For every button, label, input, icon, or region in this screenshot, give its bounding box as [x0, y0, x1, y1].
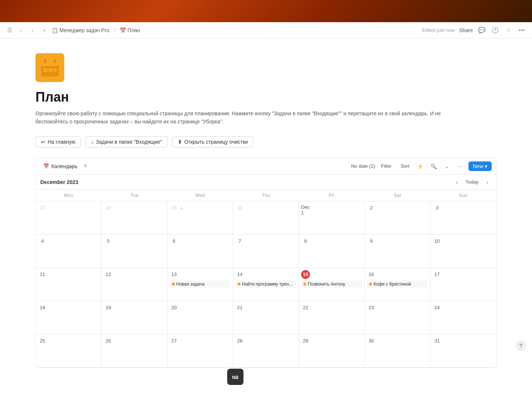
- page-icon: [35, 53, 64, 82]
- svg-rect-5: [48, 68, 53, 72]
- next-month-button[interactable]: ›: [483, 178, 492, 187]
- watermark-text-group: Notion Box Советы и шаблоны для Notion: [248, 370, 305, 384]
- task-item-new-task[interactable]: Новая задача: [170, 280, 231, 288]
- breadcrumb-plan[interactable]: 📅 План: [120, 27, 140, 33]
- calendar-cell-dec8[interactable]: 8: [299, 235, 365, 268]
- day-header-thu: Thu: [233, 190, 299, 201]
- add-page-button[interactable]: +: [40, 26, 49, 35]
- add-event-button[interactable]: +: [180, 206, 183, 212]
- history-icon[interactable]: 🕐: [491, 26, 499, 35]
- cell-date: 26: [104, 337, 113, 345]
- calendar-cell-dec21[interactable]: 21: [233, 301, 299, 334]
- svg-rect-4: [43, 68, 48, 72]
- share-button[interactable]: Share: [459, 27, 473, 33]
- day-header-wed: Wed: [167, 190, 233, 201]
- calendar-cell-dec9[interactable]: 9: [365, 235, 430, 268]
- calendar-svg-icon: [40, 58, 59, 77]
- cell-date: 11: [38, 270, 47, 279]
- home-icon: ↩: [41, 139, 45, 145]
- topbar: ☰ ‹ › + 📋 Менеджер задач Pro / 📅 План Ed…: [0, 22, 532, 38]
- calendar-cell-dec10[interactable]: 10: [430, 235, 496, 268]
- inbox-button-label: Задачи в папке "Входящие": [96, 139, 162, 145]
- calendar-cell-dec6[interactable]: 6: [167, 235, 233, 268]
- inbox-icon: ↓: [91, 139, 93, 145]
- calendar-grid: Mon Tue Wed Thu Fri Sat Sun 27 28 29 + 3…: [36, 190, 496, 368]
- calendar-cell-dec3[interactable]: 3: [430, 201, 496, 235]
- more-options-icon[interactable]: •••: [517, 26, 526, 35]
- cell-date: 21: [235, 303, 244, 312]
- favorite-icon[interactable]: ☆: [504, 26, 513, 35]
- calendar-cell-dec5[interactable]: 5: [102, 235, 167, 268]
- cell-date: 2: [367, 204, 376, 212]
- day-header-tue: Tue: [102, 190, 167, 201]
- task-item-call-anton[interactable]: Позвонить Антону: [301, 280, 362, 288]
- add-view-button[interactable]: +: [82, 162, 89, 170]
- calendar-cell-nov30[interactable]: 30: [233, 201, 299, 235]
- cell-date: 30: [367, 337, 376, 345]
- lightning-icon-button[interactable]: ⚡: [415, 161, 426, 171]
- comment-icon[interactable]: 💬: [477, 26, 486, 35]
- task-item-find-program[interactable]: Найти программу трен...: [235, 280, 296, 288]
- more-options-button[interactable]: ···: [455, 161, 466, 171]
- calendar-month-header: December 2023 ‹ Today ›: [36, 175, 496, 190]
- task-label: Новая задача: [176, 282, 205, 287]
- cell-date: 5: [104, 237, 113, 246]
- back-button[interactable]: ‹: [16, 26, 25, 35]
- task-dot-orange: [303, 283, 306, 286]
- task-item-coffee[interactable]: Кофе с Кристиной: [367, 280, 428, 288]
- calendar-cell-dec1[interactable]: Dec 1: [299, 201, 365, 235]
- calendar-cell-dec7[interactable]: 7: [233, 235, 299, 268]
- home-button[interactable]: ↩ На главную: [35, 136, 81, 147]
- calendar-cell-dec19[interactable]: 19: [102, 301, 167, 334]
- search-icon-button[interactable]: 🔍: [429, 161, 439, 171]
- cell-date: 27: [38, 204, 47, 212]
- watermark-content: NB Notion Box Советы и шаблоны для Notio…: [227, 369, 305, 385]
- inbox-button[interactable]: ↓ Задачи в папке "Входящие": [85, 136, 167, 147]
- cell-date: 3: [433, 204, 441, 212]
- prev-month-button[interactable]: ‹: [452, 178, 461, 187]
- calendar-cell-dec17[interactable]: 17: [430, 268, 496, 301]
- calendar-cell-dec12[interactable]: 12: [102, 268, 167, 301]
- filter-button[interactable]: Filter: [378, 162, 395, 170]
- cell-date: 16: [367, 270, 376, 279]
- cleanup-button[interactable]: ⬆ Открыть страницу очистки: [172, 136, 253, 147]
- calendar-cell-dec18[interactable]: 18: [36, 301, 102, 334]
- calendar-cell-nov29[interactable]: 29 +: [167, 201, 233, 235]
- calendar-cell-dec11[interactable]: 11: [36, 268, 102, 301]
- calendar-cell-dec24[interactable]: 24: [430, 301, 496, 334]
- sort-button[interactable]: Sort: [398, 162, 412, 170]
- calendar-cell-dec15[interactable]: 15 Позвонить Антону: [299, 268, 365, 301]
- watermark-subtitle: Советы и шаблоны для Notion: [248, 379, 305, 384]
- calendar-cell-dec4[interactable]: 4: [36, 235, 102, 268]
- svg-text:NB: NB: [232, 375, 239, 380]
- help-button[interactable]: ?: [516, 341, 526, 351]
- today-button[interactable]: Today: [463, 178, 481, 186]
- forward-button[interactable]: ›: [28, 26, 37, 35]
- cell-date: Dec 1: [301, 205, 310, 214]
- month-title: December 2023: [40, 179, 78, 185]
- calendar-cell-nov28[interactable]: 28: [102, 201, 167, 235]
- calendar-cell-dec14[interactable]: 14 Найти программу трен...: [233, 268, 299, 301]
- cell-date: 18: [38, 303, 47, 312]
- calendar-cell-nov27[interactable]: 27: [36, 201, 102, 235]
- task-label: Найти программу трен...: [242, 282, 293, 287]
- calendar-section: 📅 Календарь + No date (2) Filter Sort ⚡ …: [35, 158, 497, 368]
- calendar-tab-icon: 📅: [43, 163, 49, 169]
- breadcrumb-manager[interactable]: 📋 Менеджер задач Pro: [52, 27, 109, 33]
- new-button[interactable]: New ▾: [468, 161, 492, 171]
- calendar-tab[interactable]: 📅 Календарь: [40, 162, 81, 171]
- calendar-cell-dec23[interactable]: 23: [365, 301, 430, 334]
- calendar-cell-dec13[interactable]: 13 Новая задача: [167, 268, 233, 301]
- calendar-cell-dec2[interactable]: 2: [365, 201, 430, 235]
- calendar-cell-dec20[interactable]: 20: [167, 301, 233, 334]
- notion-box-logo-svg: NB: [229, 371, 241, 383]
- topbar-left: ☰ ‹ › + 📋 Менеджер задач Pro / 📅 План: [6, 26, 422, 35]
- edited-status: Edited just now: [422, 27, 454, 33]
- cleanup-icon: ⬆: [178, 139, 182, 145]
- no-date-badge[interactable]: No date (2): [351, 163, 375, 169]
- calendar-cell-dec16[interactable]: 16 Кофе с Кристиной: [365, 268, 430, 301]
- chevron-down-icon-button[interactable]: ⌄: [442, 161, 452, 171]
- menu-icon[interactable]: ☰: [6, 27, 13, 34]
- calendar-cell-dec22[interactable]: 22: [299, 301, 365, 334]
- cell-date: 9: [367, 237, 376, 246]
